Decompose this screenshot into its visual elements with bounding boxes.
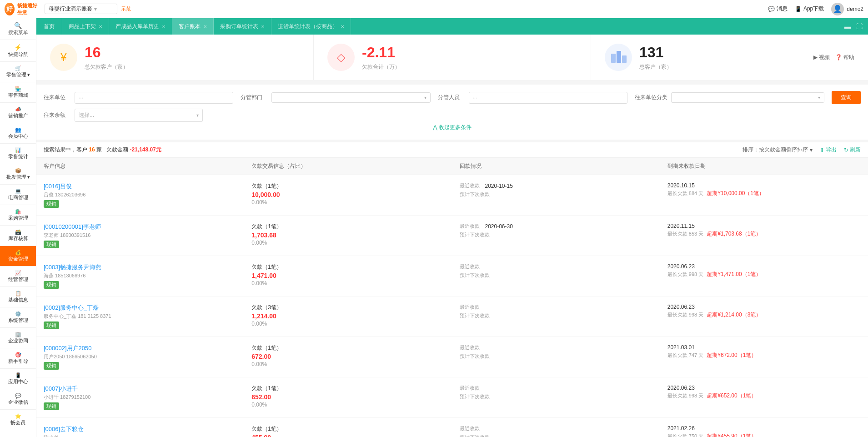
owe-amount-000002[interactable]: 672.00 <box>251 353 445 360</box>
overdue-amount-00010200001[interactable]: 超期¥1,703.68（1笔） <box>707 231 761 237</box>
message-btn[interactable]: 💬 消息 <box>768 5 788 13</box>
retail-mall-label: 零售商城 <box>2 92 34 99</box>
sidebar-search[interactable]: 🔍 搜索菜单 <box>0 18 36 40</box>
manager-input[interactable]: ··· <box>469 92 627 104</box>
video-action[interactable]: ▶ 视频 <box>813 54 830 61</box>
overdue-amount-0007[interactable]: 超期¥652.00（1笔） <box>707 392 757 399</box>
customer-name-0007[interactable]: [0007]小进千 <box>44 385 237 393</box>
sidebar-item-basic[interactable]: 📋 基础信息 <box>0 287 36 307</box>
customer-cell-0003: [0003]畅捷服务尹海燕 海燕 18513066976 现销 <box>36 261 244 291</box>
page-content: ¥ 16 总欠款客户（家） ◇ -2.11 欠款合计（万） <box>36 35 868 437</box>
recovery-cell-0016: 最近收款 2020-10-15 预计下次收款 <box>452 180 660 201</box>
member-label: 会员中心 <box>2 133 34 140</box>
tab-product-listing-close[interactable]: ✕ <box>99 24 102 29</box>
tab-maximize-btn[interactable]: ⛶ <box>854 22 864 31</box>
sort-selector[interactable]: 排序：按欠款金额倒序排序 ▾ <box>743 146 813 154</box>
sidebar-item-batch-mgmt[interactable]: 📦 批发管理 ▾ <box>0 164 36 185</box>
tab-inbound-stats-close[interactable]: ✕ <box>341 24 344 29</box>
store-selector[interactable]: 母婴行业演示账套 ▾ <box>45 4 117 14</box>
top-bar-left: 好 畅捷通好生意 母婴行业演示账套 ▾ 示范 <box>5 2 131 16</box>
tab-product-history-close[interactable]: ✕ <box>162 24 166 29</box>
due-cell-0016: 2020.10.15 最长欠款 884 天 超期¥10,000.00（1笔） <box>660 180 868 200</box>
vip-icon: ⭐ <box>2 413 34 419</box>
user-avatar-area[interactable]: 👤 demo2 <box>831 3 863 15</box>
export-btn[interactable]: ⬆ 导出 <box>820 146 837 154</box>
dept-select[interactable]: ▾ <box>271 92 430 103</box>
tab-inbound-stats-label: 进货单统计表（按商品） <box>278 23 338 30</box>
ecommerce-label: 电商管理 <box>2 194 34 201</box>
owe-amount-0016[interactable]: 10,000.00 <box>251 191 445 198</box>
tab-product-history[interactable]: 产成品入库单历史 ✕ <box>109 18 172 35</box>
sidebar-item-purchase[interactable]: 🛍️ 采购管理 <box>0 205 36 226</box>
help-action[interactable]: ❓ 帮助 <box>835 54 854 61</box>
tab-inbound-stats[interactable]: 进货单统计表（按商品） ✕ <box>271 18 351 35</box>
tab-purchase-stats-close[interactable]: ✕ <box>261 24 265 29</box>
sidebar-item-finance[interactable]: 💰 资金管理 <box>0 246 36 266</box>
overdue-amount-0002[interactable]: 超期¥1,214.00（3笔） <box>707 311 761 318</box>
overdue-amount-0006[interactable]: 超期¥455.90（1笔） <box>707 433 757 437</box>
refresh-btn[interactable]: ↻ 刷新 <box>844 146 861 154</box>
sidebar-item-enterprise[interactable]: 🏢 企业协同 <box>0 328 36 348</box>
owe-amount-0007[interactable]: 652.00 <box>251 393 445 401</box>
owe-amount-0003[interactable]: 1,471.00 <box>251 272 445 279</box>
purchase-label: 采购管理 <box>2 215 34 221</box>
sidebar-item-retail-mall[interactable]: 🏪 零售商城 <box>0 82 36 103</box>
customer-name-000002[interactable]: [000002]用户2050 <box>44 344 237 352</box>
customer-cell-0006: [0006]去下粮仓 陈小弟 现销 <box>36 422 244 437</box>
sidebar-item-wechat[interactable]: 💬 企业微信 <box>0 389 36 410</box>
tab-customer-account-close[interactable]: ✕ <box>203 24 207 29</box>
results-amount-value: -21,148.07元 <box>130 146 161 153</box>
export-icon: ⬆ <box>820 147 824 153</box>
sidebar-item-inventory[interactable]: 🗃️ 库存核算 <box>0 226 36 246</box>
owe-percent-0003: 0.00% <box>251 280 445 286</box>
customer-name-0003[interactable]: [0003]畅捷服务尹海燕 <box>44 263 237 271</box>
sidebar-item-app-center[interactable]: 📱 应用中心 <box>0 369 36 389</box>
batch-mgmt-icon: 📦 <box>2 168 34 174</box>
app-download-btn[interactable]: 📱 App下载 <box>795 5 824 13</box>
unit-category-select[interactable]: ▾ <box>671 92 824 103</box>
owe-amount-00010200001[interactable]: 1,703.68 <box>251 231 445 239</box>
tab-purchase-stats[interactable]: 采购订单统计表 ✕ <box>214 18 271 35</box>
due-cell-0002: 2020.06.23 最长欠款 998 天 超期¥1,214.00（3笔） <box>660 301 868 321</box>
svg-rect-0 <box>611 54 616 63</box>
content-area: 首页 商品上下架 ✕ 产成品入库单历史 ✕ 客户账本 ✕ 采购订单统计表 ✕ <box>36 18 868 437</box>
sidebar-item-ecommerce[interactable]: 💻 电商管理 <box>0 185 36 205</box>
overdue-amount-000002[interactable]: 超期¥672.00（1笔） <box>707 352 757 358</box>
sidebar-item-ops[interactable]: 📈 经营管理 <box>0 266 36 287</box>
stat-icon-overdue: ¥ <box>50 44 77 71</box>
collapse-row[interactable]: ⋀ 收起更多条件 <box>44 122 861 133</box>
overdue-amount-0003[interactable]: 超期¥1,471.00（1笔） <box>707 271 761 277</box>
tab-minimize-btn[interactable]: ▬ <box>843 22 853 31</box>
search-btn[interactable]: 查询 <box>832 91 861 104</box>
owe-amount-0002[interactable]: 1,214.00 <box>251 312 445 320</box>
sidebar-item-marketing[interactable]: 📣 营销推广 <box>0 103 36 123</box>
recovery-label-0002: 最近收款 <box>460 304 480 311</box>
sidebar-item-member[interactable]: 👥 会员中心 <box>0 123 36 144</box>
overdue-amount-label: 欠款合计（万） <box>362 63 400 71</box>
sidebar-item-system[interactable]: ⚙️ 系统管理 <box>0 307 36 328</box>
refresh-icon: ↻ <box>844 147 848 153</box>
sidebar-item-retail-stats[interactable]: 📊 零售统计 <box>0 144 36 164</box>
owe-amount-0006[interactable]: 455.90 <box>251 434 445 437</box>
customer-name-0016[interactable]: [0016]吕俊 <box>44 182 237 191</box>
wechat-icon: 💬 <box>2 393 34 399</box>
tab-home[interactable]: 首页 <box>36 18 62 35</box>
system-label: 系统管理 <box>2 317 34 324</box>
sidebar-item-nav[interactable]: ⚡ 快捷导航 <box>0 40 36 62</box>
from-unit-input[interactable]: ··· <box>75 92 233 104</box>
customer-name-00010200001[interactable]: [00010200001]李老师 <box>44 223 237 231</box>
sidebar-item-vip[interactable]: ⭐ 畅会员 <box>0 410 36 430</box>
tab-product-listing[interactable]: 商品上下架 ✕ <box>62 18 109 35</box>
sidebar-item-guide[interactable]: 🎯 新手引导 <box>0 348 36 369</box>
filter-unit-category: 往来单位分类 ▾ <box>635 92 824 103</box>
sidebar-item-retail-mgmt[interactable]: 🛒 零售管理 ▾ <box>0 62 36 82</box>
overdue-amount-number: -2.11 <box>362 44 400 61</box>
overdue-info-00010200001: 最长欠款 853 天 超期¥1,703.68（1笔） <box>667 230 861 238</box>
filter-from-unit: 往来单位 ··· <box>44 92 233 104</box>
recovery-cell-000002: 最近收款 预计下次收款 <box>452 342 660 362</box>
overdue-amount-0016[interactable]: 超期¥10,000.00（1笔） <box>707 190 764 196</box>
customer-name-0006[interactable]: [0006]去下粮仓 <box>44 425 237 433</box>
customer-name-0002[interactable]: [0002]服务中心_丁磊 <box>44 304 237 312</box>
balance-select[interactable]: 选择... ▾ <box>75 109 203 122</box>
tab-customer-account[interactable]: 客户账本 ✕ <box>172 18 214 35</box>
